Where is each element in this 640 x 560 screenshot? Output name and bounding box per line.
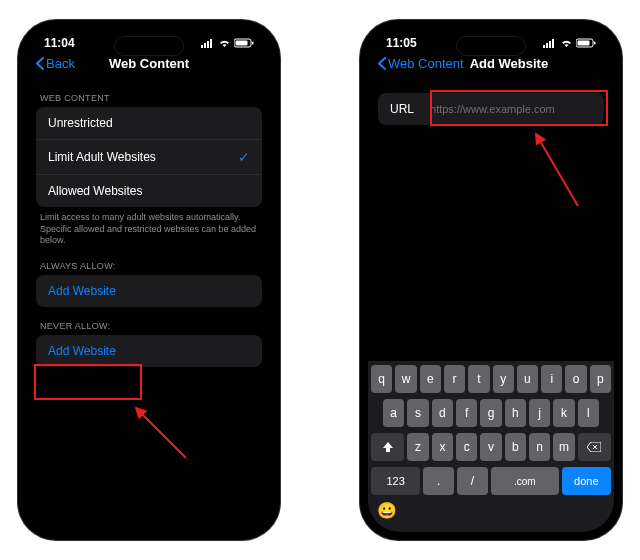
key-x[interactable]: x <box>432 433 453 461</box>
slash-key[interactable]: / <box>457 467 488 495</box>
keyboard-row-1: qwertyuiop <box>371 365 611 393</box>
keyboard-row-2: asdfghjkl <box>371 399 611 427</box>
phone-right: 11:05 Web Content Add Website URL qwerty… <box>360 20 622 540</box>
key-f[interactable]: f <box>456 399 477 427</box>
checkmark-icon: ✓ <box>238 149 250 165</box>
back-button[interactable]: Web Content <box>378 56 464 71</box>
done-key[interactable]: done <box>562 467 611 495</box>
dot-key[interactable]: . <box>423 467 454 495</box>
screen-left: 11:04 Back Web Content WEB CONTENT Unres… <box>26 28 272 532</box>
svg-rect-11 <box>552 39 554 48</box>
phone-left: 11:04 Back Web Content WEB CONTENT Unres… <box>18 20 280 540</box>
key-e[interactable]: e <box>420 365 441 393</box>
svg-rect-10 <box>549 41 551 48</box>
arrow-annotation <box>126 398 196 468</box>
dynamic-island <box>456 36 526 56</box>
backspace-key[interactable] <box>578 433 611 461</box>
key-p[interactable]: p <box>590 365 611 393</box>
svg-line-7 <box>136 408 186 458</box>
add-website-never[interactable]: Add Website <box>36 335 262 367</box>
add-website-always[interactable]: Add Website <box>36 275 262 307</box>
key-j[interactable]: j <box>529 399 550 427</box>
key-s[interactable]: s <box>407 399 428 427</box>
always-allow-group: Add Website <box>36 275 262 307</box>
key-a[interactable]: a <box>383 399 404 427</box>
option-allowed-only[interactable]: Allowed Websites <box>36 175 262 207</box>
emoji-key[interactable]: 😀 <box>377 501 611 520</box>
battery-icon <box>234 38 254 48</box>
key-i[interactable]: i <box>541 365 562 393</box>
nav-bar: Web Content Add Website <box>368 52 614 79</box>
key-o[interactable]: o <box>565 365 586 393</box>
section-header-web-content: WEB CONTENT <box>40 93 258 103</box>
page-title: Web Content <box>109 56 189 71</box>
section-header-never-allow: NEVER ALLOW: <box>40 321 258 331</box>
back-button[interactable]: Back <box>36 56 75 71</box>
key-l[interactable]: l <box>578 399 599 427</box>
status-icons <box>201 38 254 48</box>
wifi-icon <box>218 38 231 48</box>
key-w[interactable]: w <box>395 365 416 393</box>
content: WEB CONTENT Unrestricted Limit Adult Web… <box>26 93 272 367</box>
status-time: 11:05 <box>386 36 417 50</box>
dynamic-island <box>114 36 184 56</box>
status-time: 11:04 <box>44 36 75 50</box>
numbers-key[interactable]: 123 <box>371 467 420 495</box>
battery-icon <box>576 38 596 48</box>
key-y[interactable]: y <box>493 365 514 393</box>
key-t[interactable]: t <box>468 365 489 393</box>
chevron-left-icon <box>36 57 44 70</box>
nav-bar: Back Web Content <box>26 52 272 79</box>
option-unrestricted[interactable]: Unrestricted <box>36 107 262 140</box>
keyboard: qwertyuiop asdfghjkl zxcvbnm 123 . / .co… <box>368 361 614 532</box>
wifi-icon <box>560 38 573 48</box>
content: URL <box>368 93 614 125</box>
web-content-group: Unrestricted Limit Adult Websites✓ Allow… <box>36 107 262 207</box>
svg-rect-2 <box>207 41 209 48</box>
key-h[interactable]: h <box>505 399 526 427</box>
dotcom-key[interactable]: .com <box>491 467 559 495</box>
url-input[interactable] <box>430 103 592 115</box>
never-allow-group: Add Website <box>36 335 262 367</box>
key-r[interactable]: r <box>444 365 465 393</box>
key-c[interactable]: c <box>456 433 477 461</box>
status-icons <box>543 38 596 48</box>
signal-icon <box>201 38 215 48</box>
chevron-left-icon <box>378 57 386 70</box>
svg-rect-3 <box>210 39 212 48</box>
back-label: Back <box>46 56 75 71</box>
svg-rect-9 <box>546 43 548 48</box>
url-row: URL <box>378 93 604 125</box>
key-g[interactable]: g <box>480 399 501 427</box>
key-q[interactable]: q <box>371 365 392 393</box>
highlight-box <box>34 364 142 400</box>
svg-rect-8 <box>543 45 545 48</box>
screen-right: 11:05 Web Content Add Website URL qwerty… <box>368 28 614 532</box>
option-limit-adult[interactable]: Limit Adult Websites✓ <box>36 140 262 175</box>
signal-icon <box>543 38 557 48</box>
key-u[interactable]: u <box>517 365 538 393</box>
keyboard-row-4: 123 . / .com done <box>371 467 611 495</box>
shift-key[interactable] <box>371 433 404 461</box>
key-n[interactable]: n <box>529 433 550 461</box>
key-v[interactable]: v <box>480 433 501 461</box>
section-header-always-allow: ALWAYS ALLOW: <box>40 261 258 271</box>
back-label: Web Content <box>388 56 464 71</box>
key-k[interactable]: k <box>553 399 574 427</box>
keyboard-row-3: zxcvbnm <box>371 433 611 461</box>
svg-rect-0 <box>201 45 203 48</box>
url-label: URL <box>390 102 414 116</box>
section-footer: Limit access to many adult websites auto… <box>36 207 262 247</box>
key-b[interactable]: b <box>505 433 526 461</box>
svg-rect-5 <box>236 41 248 46</box>
page-title: Add Website <box>470 56 549 71</box>
svg-line-15 <box>536 134 578 206</box>
backspace-icon <box>587 442 601 452</box>
key-d[interactable]: d <box>432 399 453 427</box>
svg-rect-14 <box>594 42 596 45</box>
arrow-annotation <box>518 126 598 216</box>
key-m[interactable]: m <box>553 433 574 461</box>
svg-rect-1 <box>204 43 206 48</box>
key-z[interactable]: z <box>407 433 428 461</box>
svg-rect-6 <box>252 42 254 45</box>
